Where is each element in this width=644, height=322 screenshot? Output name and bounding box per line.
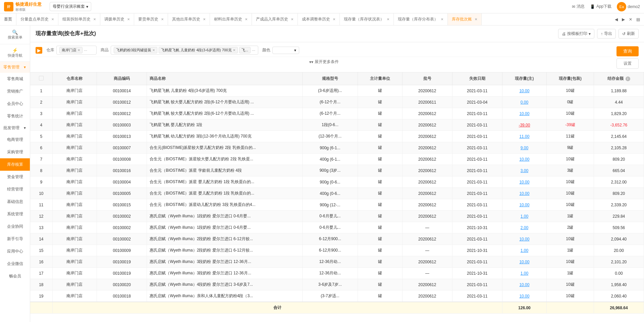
sidebar-item-app-center[interactable]: 应用中心 <box>0 245 30 258</box>
close-icon[interactable]: ✕ <box>245 17 248 21</box>
close-icon[interactable]: ✕ <box>291 17 293 21</box>
sidebar-item-wholesale[interactable]: 批发管理 ▼ <box>0 122 30 133</box>
cell-balance: 2,339.20 <box>594 199 644 211</box>
sidebar-item-marketing[interactable]: 营销推广 <box>0 85 30 98</box>
tab-purchase-order[interactable]: 要货单历史 ✕ <box>134 13 168 25</box>
nav-close-icon[interactable]: ✕ <box>628 16 634 22</box>
qty-link[interactable]: 0.00 <box>521 100 528 105</box>
qty-link[interactable]: 10.00 <box>519 294 529 299</box>
qty-link[interactable]: 1.00 <box>521 248 528 253</box>
qty-link[interactable]: 10.00 <box>519 180 529 184</box>
warehouse-tag-box[interactable]: 南岸门店 ✕ ··· <box>56 46 97 55</box>
expand-filter-btn[interactable]: ▶ <box>36 47 42 54</box>
balance-info-icon[interactable]: i <box>626 76 630 81</box>
user-avatar[interactable]: Ea demo2 <box>617 2 640 11</box>
sidebar-item-finance[interactable]: 资金管理 <box>0 171 30 183</box>
query-btn[interactable]: 查询 <box>616 46 639 56</box>
sidebar-item-system[interactable]: 系统管理 <box>0 208 30 220</box>
cell-balance: 665.04 <box>594 165 644 176</box>
close-icon[interactable]: ✕ <box>203 17 206 21</box>
search-menu-btn[interactable]: 🔍 搜索菜单 <box>2 28 28 41</box>
sidebar-item-retail-mgmt[interactable]: 零售管理 ▼ <box>0 62 30 73</box>
qty-link[interactable]: 10.00 <box>519 203 529 207</box>
cell-code: 00100016 <box>97 165 147 176</box>
color-filter-box[interactable]: ▾ <box>272 47 299 54</box>
tab-batch-account[interactable]: 库存批次账 ✕ <box>448 13 482 25</box>
sidebar-item-inventory[interactable]: 库存核算 <box>0 158 30 171</box>
close-icon[interactable]: ✕ <box>127 17 130 21</box>
sidebar-item-business[interactable]: 经营管理 <box>0 183 30 196</box>
cell-warehouse: 南岸门店 <box>52 268 97 279</box>
product-tag-box[interactable]: 飞鹤奶粉3段丙罐提装 ✕ 飞鹤星飞帆 儿童奶粉 4段(3-6岁适用) 700克 … <box>111 46 258 55</box>
qty-link[interactable]: 10.00 <box>519 260 529 264</box>
sidebar-item-member-card[interactable]: 畅会员 <box>0 270 30 282</box>
close-icon[interactable]: ✕ <box>93 17 96 21</box>
sidebar-item-ecommerce[interactable]: 电商管理 <box>0 133 30 146</box>
sidebar-item-retail-shop[interactable]: 零售商城 <box>0 73 30 85</box>
message-btn[interactable]: ✉ 消息 <box>572 4 585 9</box>
cell-expire: 2021-03-11 <box>452 188 502 199</box>
qty-link[interactable]: 10.00 <box>519 89 529 93</box>
tab-stock-status[interactable]: 现存量（库存状况表） ✕ <box>340 13 394 25</box>
settings-btn[interactable]: 设置 <box>616 58 639 69</box>
remove-product2-icon[interactable]: ✕ <box>233 48 235 52</box>
qty-link[interactable]: 1.00 <box>521 271 528 276</box>
qty-link[interactable]: -39.00 <box>519 123 530 127</box>
sidebar-item-member[interactable]: 会员中心 <box>0 98 30 110</box>
quick-nav-btn[interactable]: ⚡ 快捷导航 <box>0 46 30 60</box>
tab-assemble[interactable]: 组装拆卸单历史 ✕ <box>58 13 100 25</box>
nav-right-arrow[interactable]: ▶ <box>621 16 626 22</box>
qty-link[interactable]: 10.00 <box>519 111 529 116</box>
tab-transfer[interactable]: 调拨单历史 ✕ <box>100 13 134 25</box>
tab-inventory-check[interactable]: 分量盘点单历史 ✕ <box>16 13 58 25</box>
tab-cost-adjust[interactable]: 成本调整单历史 ✕ <box>298 13 340 25</box>
sidebar-item-enterprise[interactable]: 企业协同 <box>0 220 30 233</box>
tab-home[interactable]: 首页 <box>0 13 16 25</box>
warehouse-more-icon[interactable]: ··· <box>84 48 87 53</box>
account-dropdown[interactable]: 母婴行业演示账套 ▾ <box>50 2 91 11</box>
remove-product1-icon[interactable]: ✕ <box>152 48 155 52</box>
sidebar-item-retail-stats[interactable]: 零售统计 <box>0 110 30 122</box>
close-icon[interactable]: ✕ <box>333 17 335 21</box>
qty-link[interactable]: 10.00 <box>519 191 529 196</box>
qty-link[interactable]: 9.00 <box>521 146 528 150</box>
close-icon[interactable]: ✕ <box>441 17 443 21</box>
nav-menu-icon[interactable]: ▤ <box>635 16 641 22</box>
sidebar-item-wechat[interactable]: 企业微信 <box>0 258 30 270</box>
nav-left-arrow[interactable]: ◀ <box>613 16 619 22</box>
remove-warehouse-icon[interactable]: ✕ <box>77 48 80 52</box>
qty-link[interactable]: 10.00 <box>519 237 529 241</box>
template-print-btn[interactable]: 🖨 按模板打印 ▾ <box>558 29 594 39</box>
table-row: 16 南岸门店 00100019 惠氏启赋（Wyeth illuma）3段奶粉 … <box>30 256 644 268</box>
qty-link[interactable]: 11.00 <box>519 134 529 139</box>
qty-link[interactable]: 10.00 <box>519 157 529 162</box>
close-icon[interactable]: ✕ <box>475 17 477 21</box>
sidebar-item-guide[interactable]: 新手引导 <box>0 233 30 245</box>
qty-link[interactable]: 10.00 <box>519 282 529 287</box>
cell-name: 飞鹤星飞帆 儿童奶粉 4段(3-6岁适用) 700克 <box>147 85 303 97</box>
tab-stock-dist[interactable]: 现存量（库存分布表） ✕ <box>394 13 448 25</box>
cell-seq: 17 <box>30 268 52 279</box>
product-more-icon[interactable]: ··· <box>252 48 255 53</box>
tab-other-out[interactable]: 其他出库单历史 ✕ <box>168 13 210 25</box>
cell-name: 合生元（BIOSTIME）派星幼儿配方奶粉 3段 乳铁蛋白的4... <box>147 199 303 211</box>
refresh-btn[interactable]: ↺ 刷新 <box>619 29 639 39</box>
cell-code: 00100020 <box>97 279 147 290</box>
sidebar-item-label: 企业协同 <box>7 224 23 229</box>
close-icon[interactable]: ✕ <box>51 17 54 21</box>
export-btn[interactable]: ↑ 导出 <box>597 29 616 39</box>
app-download-btn[interactable]: 📱 App下载 <box>590 4 611 9</box>
sidebar-item-basic-info[interactable]: 基础信息 <box>0 196 30 208</box>
tab-product-in[interactable]: 产成品入库单历史 ✕ <box>252 13 298 25</box>
cell-batch: 20200612 <box>402 188 452 199</box>
qty-link[interactable]: 2.00 <box>521 225 528 230</box>
app-logo: 好 畅捷通好生意 标准版 <box>4 1 42 12</box>
sidebar-item-purchase[interactable]: 采购管理 <box>0 146 30 158</box>
select-all-checkbox[interactable] <box>39 76 44 80</box>
tab-material-out[interactable]: 材料出库单历史 ✕ <box>210 13 252 25</box>
qty-link[interactable]: 1.00 <box>521 214 528 219</box>
close-icon[interactable]: ✕ <box>387 17 389 21</box>
expand-more-btn[interactable]: ▾▾ 展开更多条件 <box>36 57 612 67</box>
qty-link[interactable]: 3.00 <box>521 168 528 173</box>
close-icon[interactable]: ✕ <box>161 17 164 21</box>
